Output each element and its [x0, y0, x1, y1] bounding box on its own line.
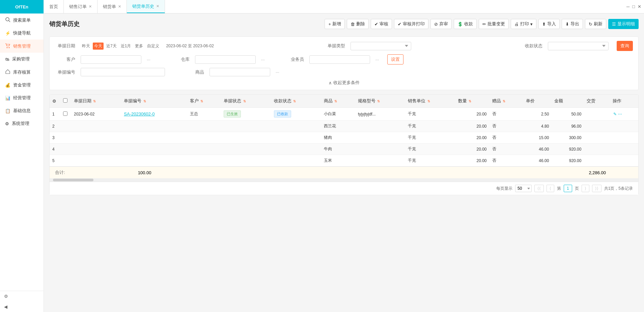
th-unit[interactable]: 销售单位 ⇅	[405, 95, 455, 108]
th-amount[interactable]: 金额	[552, 95, 584, 108]
cell-doc-no[interactable]	[121, 144, 187, 155]
cell-doc-no[interactable]	[121, 121, 187, 132]
import-button[interactable]: ⬆ 导入	[538, 19, 560, 29]
sidebar-item-ops-mgmt[interactable]: 📊 经营管理	[0, 92, 44, 104]
tab-sales-order[interactable]: 销售订单 ✕	[64, 0, 97, 13]
th-check[interactable]	[60, 95, 71, 108]
doc-type-select[interactable]	[351, 42, 411, 50]
payment-status-select[interactable]	[548, 42, 609, 50]
th-unit-price[interactable]: 单价	[523, 95, 552, 108]
doc-no-input[interactable]	[81, 68, 165, 76]
customer-input[interactable]	[81, 55, 141, 64]
row-checkbox[interactable]	[63, 111, 67, 116]
more-action[interactable]: ⋯	[618, 112, 622, 116]
customer-dots[interactable]: ···	[147, 57, 150, 62]
sidebar-item-search-menu[interactable]: 搜索菜单	[0, 14, 44, 27]
sidebar-item-finance-mgmt[interactable]: 💰 资金管理	[0, 79, 44, 92]
warehouse-dots[interactable]: ···	[261, 57, 265, 62]
cell-rownum: 1	[50, 108, 60, 121]
select-all-checkbox[interactable]	[63, 98, 67, 103]
sidebar-item-purchase-mgmt[interactable]: 🛍 采购管理	[0, 53, 44, 66]
collapse-more-btn[interactable]: ∧ 收起更多条件	[55, 80, 633, 86]
page-prev-button[interactable]: ⟨	[547, 185, 554, 192]
cell-check[interactable]	[60, 144, 71, 155]
tab-sales-history[interactable]: 销货单历史 ✕	[127, 0, 165, 13]
edit-action[interactable]: ✎	[613, 112, 617, 116]
th-payment-status[interactable]: 收款状态 ⇅	[271, 95, 321, 108]
cell-doc-no[interactable]	[121, 132, 187, 144]
salesperson-input[interactable]	[309, 55, 370, 64]
goods-dots[interactable]: ···	[276, 70, 279, 75]
show-detail-button[interactable]: ☰ 显示明细	[608, 19, 639, 29]
th-goods[interactable]: 商品 ⇅	[321, 95, 355, 108]
th-doc-status[interactable]: 单据状态 ⇅	[221, 95, 271, 108]
tab-maximize-icon[interactable]: □	[632, 4, 635, 9]
goods-input[interactable]	[209, 68, 270, 76]
tab-close-sales-delivery[interactable]: ✕	[118, 4, 121, 9]
collect-button[interactable]: 💲 收款	[454, 19, 477, 29]
refresh-button[interactable]: ↻ 刷新	[585, 19, 606, 29]
cell-gift: 否	[489, 121, 524, 132]
audit-print-button[interactable]: ✔ 审核并打印	[394, 19, 428, 29]
sidebar-bottom-collapse[interactable]: ◀	[0, 302, 44, 312]
tab-sales-delivery[interactable]: 销货单 ✕	[97, 0, 127, 13]
th-trade[interactable]: 交货	[584, 95, 610, 108]
sidebar-item-inventory-calc[interactable]: 库存核算	[0, 66, 44, 79]
doc-no-link[interactable]: SA-20230602-0	[124, 111, 155, 116]
query-button[interactable]: 查询	[617, 41, 633, 51]
th-customer[interactable]: 客户 ⇅	[187, 95, 221, 108]
sidebar-bottom-settings[interactable]: ⚙	[0, 291, 44, 302]
cell-check[interactable]	[60, 108, 71, 121]
settings-icon-th[interactable]: ⚙	[52, 99, 56, 104]
sidebar-item-basic-info[interactable]: 📋 基础信息	[0, 104, 44, 117]
tab-close-window-icon[interactable]: ✕	[638, 4, 641, 9]
date-1month[interactable]: 近1月	[119, 43, 133, 50]
th-qty[interactable]: 数量 ⇅	[455, 95, 489, 108]
page-next-button[interactable]: ⟩	[582, 185, 589, 192]
sort-docno-icon: ⇅	[143, 99, 146, 103]
settings-button[interactable]: 设置	[387, 54, 403, 64]
delete-button[interactable]: 🗑 删除	[347, 19, 369, 29]
scrollbar-thumb[interactable]	[53, 179, 93, 181]
check-icon: ✔	[374, 22, 378, 27]
sidebar-item-sales-mgmt[interactable]: 销售管理	[0, 40, 44, 53]
cell-doc-no[interactable]	[121, 155, 187, 166]
tab-home[interactable]: 首页	[44, 0, 64, 13]
date-yesterday[interactable]: 昨天	[81, 43, 91, 50]
tab-close-sales-order[interactable]: ✕	[89, 4, 92, 9]
dollar-icon: 💰	[5, 83, 10, 88]
cell-check[interactable]	[60, 132, 71, 144]
warehouse-input[interactable]	[195, 55, 256, 64]
th-date[interactable]: 单据日期 ⇅	[71, 95, 121, 108]
salesperson-dots[interactable]: ···	[375, 57, 379, 62]
th-doc-no[interactable]: 单据编号 ⇅	[121, 95, 187, 108]
new-button[interactable]: + 新增	[325, 19, 345, 29]
print-button[interactable]: 🖨 打印 ▾	[511, 19, 536, 29]
batch-change-button[interactable]: ✏ 批量变更	[479, 19, 509, 29]
cell-check[interactable]	[60, 155, 71, 166]
cell-check[interactable]	[60, 121, 71, 132]
per-page-select[interactable]: 50 100 200	[515, 185, 532, 192]
date-7days[interactable]: 近7天	[105, 43, 118, 50]
horizontal-scrollbar[interactable]	[50, 178, 638, 182]
date-custom[interactable]: 自定义	[146, 43, 161, 50]
page-last-button[interactable]: ⟩⟩	[592, 185, 601, 192]
date-today[interactable]: 今天	[93, 43, 104, 50]
toolbar: + 新增 🗑 删除 ✔ 审核 ✔ 审核并打印 ⊘ 弃审	[325, 19, 639, 29]
th-spec[interactable]: 规格型号 ⇅	[355, 95, 405, 108]
cell-goods: 玉米	[321, 155, 355, 166]
page-first-button[interactable]: ⟨⟨	[534, 185, 544, 192]
abandon-button[interactable]: ⊘ 弃审	[430, 19, 452, 29]
cell-doc-no[interactable]: SA-20230602-0	[121, 108, 187, 121]
sidebar-item-quick-nav[interactable]: ⚡ 快捷导航	[0, 27, 44, 40]
export-button[interactable]: ⬇ 导出	[562, 19, 583, 29]
th-gear[interactable]: ⚙	[50, 95, 60, 108]
date-more[interactable]: 更多	[134, 43, 144, 50]
cell-spec	[355, 121, 405, 132]
tab-close-sales-history[interactable]: ✕	[156, 4, 159, 8]
tab-minimize-icon[interactable]: ─	[626, 4, 629, 9]
sidebar-item-system-mgmt[interactable]: ⚙ 系统管理	[0, 117, 44, 130]
cell-rownum: 5	[50, 155, 60, 166]
audit-button[interactable]: ✔ 审核	[371, 19, 392, 29]
th-gift[interactable]: 赠品 ⇅	[489, 95, 524, 108]
